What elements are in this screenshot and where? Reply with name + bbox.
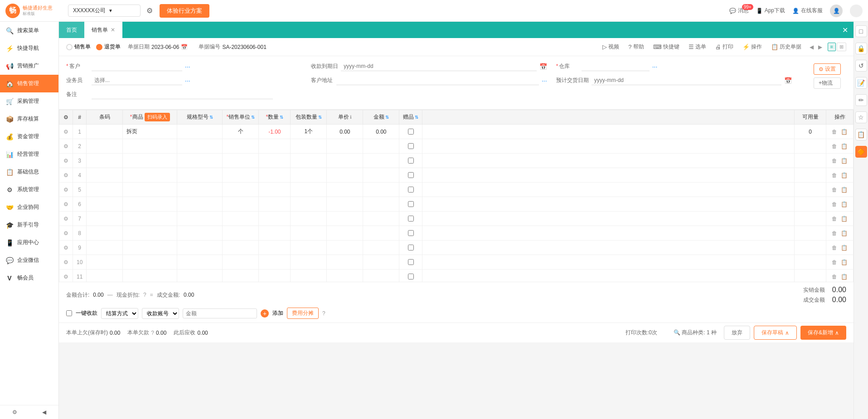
cell-amount-3[interactable] [363,168,399,183]
cell-settings-5[interactable]: ⚙ [59,197,73,212]
cell-qty-10[interactable] [259,270,291,282]
sidebar-settings-btn[interactable]: ⚙ [12,409,17,415]
cell-product-9[interactable] [123,255,177,270]
cell-spec-8[interactable] [177,241,223,255]
app-download-button[interactable]: 📱 App下载 [756,7,785,14]
sidebar-item-member[interactable]: V 畅会员 [0,269,58,287]
cell-spec-7[interactable] [177,226,223,241]
tab-home[interactable]: 首页 [59,22,84,38]
cell-settings-4[interactable]: ⚙ [59,183,73,197]
amount-input[interactable] [183,308,257,318]
copy-row-btn[interactable]: 📋 [841,259,848,265]
cell-price-3[interactable] [327,168,363,183]
delete-row-btn[interactable]: 🗑 [832,259,837,265]
delete-row-btn[interactable]: 🗑 [832,245,837,251]
cell-barcode-10[interactable] [87,270,123,282]
sidebar-item-system[interactable]: ⚙ 系统管理 [0,181,58,198]
copy-row-btn[interactable]: 📋 [841,172,848,178]
rp-btn-4[interactable]: 📝 [855,77,867,89]
cell-gift-9[interactable] [399,255,422,270]
cell-product-1[interactable] [123,139,177,154]
cell-pkg-qty-2[interactable] [291,154,327,168]
cell-pkg-qty-0[interactable]: 1个 [291,125,327,139]
cell-settings-1[interactable]: ⚙ [59,139,73,154]
sidebar-item-collab[interactable]: 🤝 企业协同 [0,198,58,216]
cell-settings-8[interactable]: ⚙ [59,241,73,255]
sidebar-item-basic[interactable]: 📋 基础信息 [0,163,58,181]
cell-settings-3[interactable]: ⚙ [59,168,73,183]
cell-barcode-4[interactable] [87,183,123,197]
cell-amount-8[interactable] [363,241,399,255]
radio-return-order[interactable]: 退货单 [96,43,121,51]
cell-spec-5[interactable] [177,197,223,212]
cell-unit-10[interactable] [223,270,259,282]
cell-pkg-qty-5[interactable] [291,197,327,212]
cell-product-7[interactable] [123,226,177,241]
sidebar-item-sales[interactable]: 🏠 销售管理 [0,75,58,92]
rp-btn-3[interactable]: ↺ [855,60,867,72]
cell-price-5[interactable] [327,197,363,212]
sidebar-collapse-btn[interactable]: ◀ [42,409,46,415]
operate-btn[interactable]: ⚡ 操作 [740,42,765,52]
sidebar-item-wechat[interactable]: 💬 企业微信 [0,251,58,269]
salesperson-dots-icon[interactable]: ··· [185,77,190,84]
customer-dots-icon[interactable]: ··· [185,63,190,70]
warehouse-dots-icon[interactable]: ··· [652,63,658,70]
cell-unit-3[interactable] [223,168,259,183]
cell-barcode-5[interactable] [87,197,123,212]
sidebar-item-marketing[interactable]: 📢 营销推广 [0,57,58,75]
cell-qty-1[interactable] [259,139,291,154]
cell-gift-6[interactable] [399,212,422,226]
customer-addr-input[interactable] [336,76,539,85]
avatar2[interactable] [850,5,863,17]
cell-price-4[interactable] [327,183,363,197]
cell-product-3[interactable] [123,168,177,183]
delete-row-btn[interactable]: 🗑 [832,274,837,280]
cell-amount-1[interactable] [363,139,399,154]
discard-button[interactable]: 放弃 [724,326,750,340]
cell-spec-9[interactable] [177,255,223,270]
cell-price-9[interactable] [327,255,363,270]
trial-button[interactable]: 体验行业方案 [160,4,209,18]
calendar-icon[interactable]: 📅 [181,44,188,50]
company-selector[interactable]: XXXXXX公司 ▼ [68,5,141,17]
settings-gear-button[interactable]: ⚙ [143,5,156,17]
cell-gift-7[interactable] [399,226,422,241]
cell-amount-4[interactable] [363,183,399,197]
cell-price-0[interactable]: 0.00 [327,125,363,139]
cell-qty-4[interactable] [259,183,291,197]
date-value[interactable]: 2023-06-06 [151,44,179,50]
cell-gift-5[interactable] [399,197,422,212]
delete-row-btn[interactable]: 🗑 [832,216,837,222]
sidebar-item-app-center[interactable]: 📱 应用中心 [0,234,58,251]
copy-row-btn[interactable]: 📋 [841,201,848,207]
cell-unit-5[interactable] [223,197,259,212]
settings-btn[interactable]: ⚙ 设置 [814,63,841,75]
cell-qty-0[interactable]: -1.00 [259,125,291,139]
cell-unit-9[interactable] [223,255,259,270]
online-service-button[interactable]: 👤 在线客服 [792,7,823,14]
cell-qty-9[interactable] [259,255,291,270]
cell-pkg-qty-10[interactable] [291,270,327,282]
customer-input[interactable] [92,62,182,71]
tab-bar-close-btn[interactable]: ✕ [842,26,848,34]
expected-date-calendar-icon[interactable]: 📅 [784,77,792,84]
save-draft-button[interactable]: 保存草稿 ∧ [754,326,797,340]
cell-unit-4[interactable] [223,183,259,197]
cell-pkg-qty-8[interactable] [291,241,327,255]
sidebar-item-finance[interactable]: 💰 资金管理 [0,128,58,145]
cell-product-6[interactable] [123,212,177,226]
cell-barcode-9[interactable] [87,255,123,270]
cell-gift-10[interactable] [399,270,422,282]
save-new-button[interactable]: 保存&新增 ∧ [800,326,846,340]
cell-spec-1[interactable] [177,139,223,154]
salesperson-input[interactable] [92,76,182,85]
sidebar-item-search[interactable]: 🔍 搜索菜单 [0,22,58,39]
sidebar-item-guide[interactable]: 🎓 新手引导 [0,216,58,234]
delete-row-btn[interactable]: 🗑 [832,158,837,164]
warehouse-input[interactable]: 建材仓 [582,62,650,71]
cell-pkg-qty-3[interactable] [291,168,327,183]
cell-barcode-0[interactable] [87,125,123,139]
cell-spec-0[interactable] [177,125,223,139]
avatar[interactable]: 👤 [830,5,843,17]
